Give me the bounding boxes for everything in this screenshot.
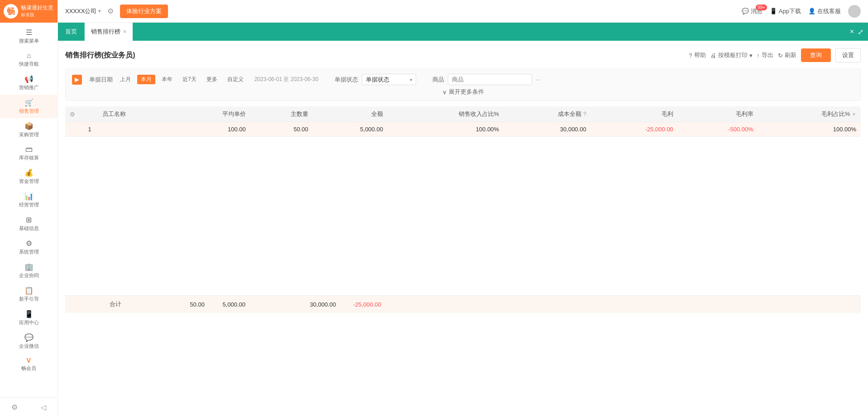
sidebar-item-marketing[interactable]: 📢 营销推广: [0, 71, 58, 95]
print-chevron-icon: ▾: [749, 52, 753, 59]
service-icon: 👤: [808, 8, 815, 14]
help-button[interactable]: ? 帮助: [689, 51, 705, 59]
refresh-icon: ↻: [778, 52, 783, 59]
sidebar-item-member[interactable]: V 畅会员: [0, 353, 58, 375]
purchase-icon: 📦: [24, 122, 34, 130]
th-sales-ratio: 销售收入占比%: [388, 106, 504, 122]
sidebar-settings-btn[interactable]: ⚙: [10, 401, 19, 413]
print-dropdown[interactable]: 🖨 按模板打印 ▾: [710, 51, 753, 59]
sidebar-collapse-btn[interactable]: ◁: [39, 401, 48, 413]
cell-amount: 5,000.00: [313, 122, 388, 137]
sidebar-item-shortcut[interactable]: ⌂ 快捷导航: [0, 48, 58, 71]
sidebar-label-wechat: 企业微信: [19, 343, 39, 350]
sales-ratio-value: 100.00%: [476, 126, 499, 133]
operations-icon: 📊: [24, 192, 34, 201]
th-avg-price: 平均单价: [174, 106, 250, 122]
sidebar-item-system[interactable]: ⚙ 系统管理: [0, 235, 58, 259]
data-table: ⚙ 员工名称 平均单价 主数量: [65, 106, 861, 137]
marketing-icon: 📢: [24, 75, 34, 83]
help-label: 帮助: [694, 51, 706, 59]
refresh-button[interactable]: ↻ 刷新: [778, 51, 796, 59]
th-quantity: 主数量: [250, 106, 313, 122]
app-version: 标准版: [21, 12, 53, 18]
date-tab-current-month[interactable]: 本月: [137, 75, 155, 84]
gross-rate-value: -500.00%: [728, 126, 753, 133]
sidebar-label-apps: 应用中心: [19, 319, 39, 326]
gross-ratio-value: 100.00%: [833, 126, 856, 133]
sidebar-item-enterprise[interactable]: 🏢 企业协同: [0, 259, 58, 283]
column-settings-icon[interactable]: ⚙: [70, 111, 75, 118]
tab-home[interactable]: 首页: [58, 23, 85, 41]
date-tab-7days[interactable]: 近7天: [179, 75, 200, 84]
cell-gross-rate: -500.00%: [678, 122, 758, 137]
sales-icon: 🛒: [24, 98, 34, 107]
rank-value: 1: [88, 126, 91, 133]
table-footer: 合计 50.00 5,000.00 30,000.00 -25,000.00: [65, 295, 861, 313]
sidebar-item-apps[interactable]: 📱 应用中心: [0, 306, 58, 330]
sidebar-item-sales[interactable]: 🛒 销售管理: [0, 95, 58, 118]
company-selector[interactable]: XXXXX公司 ▾: [65, 7, 101, 15]
footer-label: 合计: [105, 300, 141, 308]
avatar[interactable]: [848, 5, 861, 18]
settings-gear-icon[interactable]: ⚙: [107, 7, 114, 15]
tab-minimize-icon[interactable]: ×: [850, 28, 854, 36]
tab-close-icon[interactable]: ×: [123, 29, 126, 35]
tab-maximize-icon[interactable]: ⤢: [858, 28, 863, 36]
home-icon: ⌂: [27, 52, 31, 60]
filter-expand-arrow[interactable]: ▶: [72, 75, 82, 85]
date-tab-last-month[interactable]: 上月: [116, 75, 134, 84]
settings-button[interactable]: 设置: [835, 48, 861, 62]
cost-help-icon[interactable]: ?: [583, 111, 586, 117]
help-icon: ?: [689, 52, 692, 59]
query-button[interactable]: 查询: [801, 48, 831, 62]
app-download-button[interactable]: 📱 App下载: [770, 7, 801, 15]
sidebar-item-search[interactable]: ☰ 搜索菜单: [0, 24, 58, 48]
system-icon: ⚙: [26, 239, 32, 248]
date-tabs: 上月 本月 本年 近7天 更多 自定义: [116, 75, 247, 84]
status-filter: 单据状态 单据状态: [335, 74, 416, 85]
sidebar-label-inventory: 库存核算: [19, 154, 39, 161]
sidebar-item-purchase[interactable]: 📦 采购管理: [0, 118, 58, 142]
date-filter-label: 单据日期: [89, 76, 113, 84]
sidebar-item-operations[interactable]: 📊 经营管理: [0, 188, 58, 212]
expand-more-button[interactable]: ∨ 展开更多条件: [442, 88, 484, 96]
filter-row: ▶ 单据日期 上月 本月 本年 近7天 更多 自定义: [72, 74, 854, 85]
footer-cost: 30,000.00: [295, 301, 340, 308]
sidebar-item-guide[interactable]: 📋 新手引导: [0, 283, 58, 306]
goods-input[interactable]: [448, 74, 532, 85]
sidebar-label-operations: 经营管理: [19, 201, 39, 208]
amount-value: 5,000.00: [360, 126, 383, 133]
export-button[interactable]: ↑ 导出: [757, 51, 774, 59]
page-actions: ? 帮助 🖨 按模板打印 ▾ ↑ 导出 ↻ 刷新: [689, 48, 861, 62]
online-service-button[interactable]: 👤 在线客服: [808, 7, 841, 15]
date-tab-current-year[interactable]: 本年: [158, 75, 176, 84]
status-select[interactable]: 单据状态: [362, 74, 416, 85]
sidebar-label-finance: 资金管理: [19, 178, 39, 185]
sidebar-item-inventory[interactable]: 🗃 库存核算: [0, 142, 58, 165]
sidebar-item-finance[interactable]: 💰 资金管理: [0, 165, 58, 188]
tab-active-label: 销售排行榜: [91, 28, 120, 36]
date-tab-custom[interactable]: 自定义: [224, 75, 247, 84]
app-download-label: App下载: [779, 7, 801, 15]
date-tab-more[interactable]: 更多: [203, 75, 221, 84]
sidebar-item-wechat[interactable]: 💬 企业微信: [0, 330, 58, 353]
apps-icon: 📱: [24, 310, 34, 318]
sidebar-label-sales: 销售管理: [19, 108, 39, 115]
page-title: 销售排行榜(按业务员): [65, 51, 135, 60]
goods-more-btn[interactable]: ···: [536, 76, 541, 83]
footer-quantity: 50.00: [177, 301, 209, 308]
finance-icon: 💰: [24, 168, 34, 177]
message-button[interactable]: 💬 消息 99+: [742, 7, 762, 15]
topbar-right: 💬 消息 99+ 📱 App下载 👤 在线客服: [742, 5, 861, 18]
gross-ratio-sort-icon[interactable]: ▼: [852, 112, 856, 117]
th-gross-rate: 毛利率: [678, 106, 758, 122]
message-icon: 💬: [742, 8, 749, 14]
page-container: 销售排行榜(按业务员) ? 帮助 🖨 按模板打印 ▾ ↑ 导出: [58, 41, 868, 417]
sidebar-item-basic[interactable]: ⊞ 基础信息: [0, 212, 58, 235]
trial-button[interactable]: 体验行业方案: [120, 5, 168, 18]
th-cost: 成本全额 ?: [504, 106, 591, 122]
topbar: XXXXX公司 ▾ ⚙ 体验行业方案 💬 消息 99+ 📱 App下载 👤 在线…: [58, 0, 868, 23]
print-label: 按模板打印: [718, 51, 748, 59]
tab-sales-ranking[interactable]: 销售排行榜 ×: [85, 23, 133, 41]
cost-value: 30,000.00: [560, 126, 586, 133]
